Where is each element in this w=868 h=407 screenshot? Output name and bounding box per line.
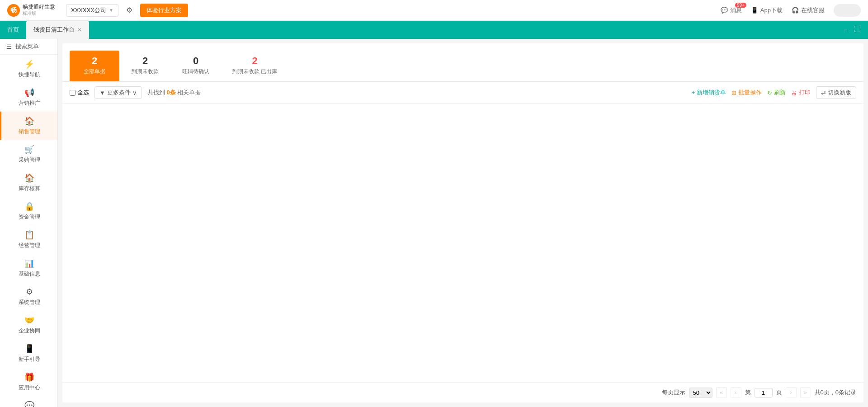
print-button[interactable]: 🖨 打印 <box>791 89 811 97</box>
total-info: 共0页，0条记录 <box>815 388 856 397</box>
tab-bar-actions: － ⛶ <box>842 25 868 35</box>
sidebar-item-enterprise[interactable]: 🤝 企业协同 <box>0 311 57 339</box>
avatar[interactable] <box>834 4 861 17</box>
refresh-label: 刷新 <box>774 89 786 97</box>
tab-work-station[interactable]: 钱货日清工作台 ✕ <box>26 21 89 39</box>
sidebar-item-label: 系统管理 <box>19 299 40 306</box>
stat-label-shipped: 到期未收款 已出库 <box>232 68 277 75</box>
main-layout: ☰ 搜索菜单 ⚡ 快捷导航 📢 营销推广 🏠 销售管理 🛒 采购管理 🏠 库存核… <box>0 39 868 407</box>
company-selector[interactable]: XXXXXX公司 ▼ <box>66 4 118 17</box>
refresh-button[interactable]: ↻ 刷新 <box>767 89 786 97</box>
app-center-icon: 🎁 <box>24 372 34 382</box>
filter-chevron-icon: ∨ <box>132 89 137 96</box>
sidebar-item-app-center[interactable]: 🎁 应用中心 <box>0 368 57 396</box>
sidebar-item-label: 销售管理 <box>19 128 40 136</box>
search-menu-label: 搜索菜单 <box>15 42 39 51</box>
stat-label-all: 全部单据 <box>80 68 108 75</box>
header-left: 畅 畅捷通好生意 标准版 XXXXXX公司 ▼ ⚙ 体验行业方案 <box>7 4 188 17</box>
print-icon: 🖨 <box>791 89 797 96</box>
tab-minimize-icon[interactable]: － <box>842 25 849 35</box>
prev-page-button[interactable]: ‹ <box>731 387 741 398</box>
sidebar-item-label: 新手引导 <box>19 356 40 363</box>
sidebar-item-label: 快捷导航 <box>19 71 40 79</box>
print-label: 打印 <box>799 89 811 97</box>
sidebar-item-operations[interactable]: 📋 经营管理 <box>0 225 57 254</box>
page-unit: 页 <box>776 388 782 397</box>
purchase-icon: 🛒 <box>24 145 34 154</box>
filter-button[interactable]: ▼ 更多条件 ∨ <box>94 86 142 99</box>
batch-operation-button[interactable]: ⊞ 批量操作 <box>731 89 762 97</box>
chevron-down-icon: ▼ <box>109 8 113 13</box>
tab-close-icon[interactable]: ✕ <box>77 27 82 33</box>
refresh-icon: ↻ <box>767 89 772 96</box>
switch-version-button[interactable]: ⇄ 切换新版 <box>816 86 856 99</box>
sidebar-item-label: 资金管理 <box>19 213 40 221</box>
message-badge: 99+ <box>735 3 746 8</box>
app-icon: 📱 <box>751 7 758 14</box>
base-info-icon: 📊 <box>24 258 34 268</box>
sidebar-item-label: 库存核算 <box>19 185 40 192</box>
toolbar: 全选 ▼ 更多条件 ∨ 共找到 0条 相关单据 + 新增销货单 ⊞ 批量操作 <box>62 82 863 104</box>
pagination-bar: 每页显示 50 100 200 « ‹ 第 页 › » 共0页，0条记录 <box>62 382 863 402</box>
beginner-icon: 📱 <box>24 344 34 354</box>
last-page-button[interactable]: » <box>800 387 811 398</box>
page-size-select[interactable]: 50 100 200 <box>689 388 712 398</box>
logo-text-area: 畅捷通好生意 标准版 <box>23 4 55 17</box>
sales-icon: 🏠 <box>24 116 34 126</box>
tab-bar: 首页 钱货日清工作台 ✕ － ⛶ <box>0 21 868 39</box>
stat-card-shipped[interactable]: 2 到期未收款 已出库 <box>222 51 288 81</box>
tab-work-station-label: 钱货日清工作台 <box>33 26 75 34</box>
quick-nav-icon: ⚡ <box>24 59 34 69</box>
sidebar-item-base-info[interactable]: 📊 基础信息 <box>0 254 57 282</box>
stat-number-shipped: 2 <box>232 55 277 67</box>
online-service-button[interactable]: 🎧 在线客服 <box>792 6 825 14</box>
sidebar-item-sales[interactable]: 🏠 销售管理 <box>0 112 57 140</box>
sidebar-item-finance[interactable]: 🔒 资金管理 <box>0 197 57 225</box>
sidebar-item-marketing[interactable]: 📢 营销推广 <box>0 83 57 112</box>
result-info: 共找到 0条 相关单据 <box>147 89 201 97</box>
page-size-label: 每页显示 <box>662 388 685 397</box>
experience-button[interactable]: 体验行业方案 <box>140 4 188 17</box>
app-download-button[interactable]: 📱 App下载 <box>751 6 783 14</box>
toolbar-right: + 新增销货单 ⊞ 批量操作 ↻ 刷新 🖨 打印 ⇄ <box>692 86 856 99</box>
batch-icon: ⊞ <box>731 89 736 96</box>
select-all-checkbox[interactable]: 全选 <box>70 89 89 97</box>
operations-icon: 📋 <box>24 230 34 240</box>
sidebar-item-label: 企业协同 <box>19 327 40 335</box>
batch-label: 批量操作 <box>738 89 762 97</box>
tab-home[interactable]: 首页 <box>0 21 26 39</box>
sidebar-item-wechat[interactable]: 💬 企业微信 <box>0 396 57 407</box>
search-icon: ☰ <box>6 43 12 50</box>
sidebar: ☰ 搜索菜单 ⚡ 快捷导航 📢 营销推广 🏠 销售管理 🛒 采购管理 🏠 库存核… <box>0 39 58 407</box>
service-icon: 🎧 <box>792 7 799 14</box>
sidebar-item-inventory[interactable]: 🏠 库存核算 <box>0 168 57 197</box>
result-suffix: 相关单据 <box>177 89 201 96</box>
settings-button[interactable]: ⚙ <box>123 4 136 17</box>
next-page-button[interactable]: › <box>786 387 797 398</box>
stat-card-pending[interactable]: 0 旺辅待确认 <box>171 51 221 81</box>
content-area: 2 全部单据 2 到期未收款 0 旺辅待确认 2 到期未收款 已出库 <box>58 39 868 407</box>
select-all-label: 全选 <box>77 89 89 97</box>
sidebar-item-purchase[interactable]: 🛒 采购管理 <box>0 140 57 168</box>
wechat-icon: 💬 <box>24 401 34 407</box>
sidebar-item-label: 经营管理 <box>19 242 40 249</box>
result-prefix: 共找到 <box>147 89 165 96</box>
content-inner: 2 全部单据 2 到期未收款 0 旺辅待确认 2 到期未收款 已出库 <box>62 43 863 402</box>
tab-expand-icon[interactable]: ⛶ <box>854 25 861 35</box>
finance-icon: 🔒 <box>24 201 34 211</box>
message-button[interactable]: 💬 消息 99+ <box>721 6 742 14</box>
sidebar-item-system[interactable]: ⚙ 系统管理 <box>0 282 57 311</box>
add-sale-order-button[interactable]: + 新增销货单 <box>692 89 726 97</box>
sidebar-item-quick-nav[interactable]: ⚡ 快捷导航 <box>0 55 57 83</box>
logo-area: 畅 畅捷通好生意 标准版 <box>7 4 61 17</box>
logo-icon: 畅 <box>7 4 20 17</box>
page-number-input[interactable] <box>755 388 773 398</box>
sidebar-item-beginner[interactable]: 📱 新手引导 <box>0 339 57 368</box>
stat-card-all[interactable]: 2 全部单据 <box>70 51 119 81</box>
search-menu-button[interactable]: ☰ 搜索菜单 <box>0 39 57 55</box>
sidebar-item-label: 应用中心 <box>19 384 40 392</box>
first-page-button[interactable]: « <box>716 387 727 398</box>
inventory-icon: 🏠 <box>24 173 34 183</box>
stat-card-overdue[interactable]: 2 到期未收款 <box>120 51 170 81</box>
select-all-input[interactable] <box>70 90 75 96</box>
